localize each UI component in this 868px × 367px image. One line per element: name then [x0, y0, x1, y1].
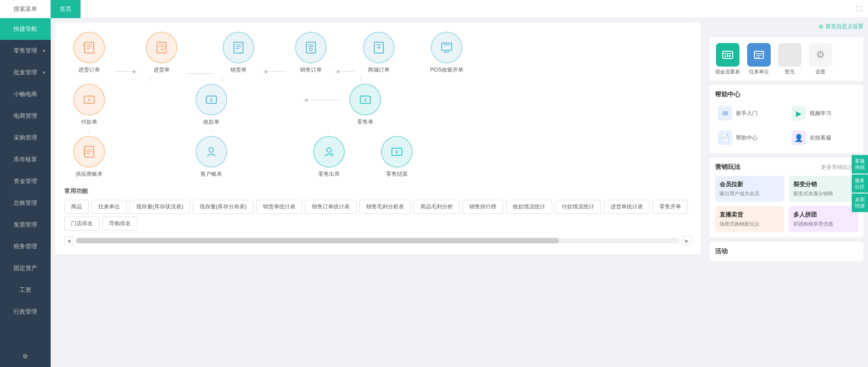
- main-layout: 快捷导航 零售管理 ▼ 批发管理 ▼ 小畅电商 电商管理 采购管理 库存核算 资…: [0, 18, 868, 367]
- func-btn-sale-stat[interactable]: 销货单统计表: [256, 200, 302, 214]
- marketing-item-fission[interactable]: 裂变分销 裂变式发展分销商: [789, 176, 858, 202]
- marketing-item-member[interactable]: 会员拉新 吸引用户成为会员: [715, 176, 784, 202]
- sidebar-item-ecommerce-small[interactable]: 小畅电商: [0, 83, 51, 105]
- func-btn-guide-rank[interactable]: 导购排名: [102, 217, 138, 231]
- group-title: 多人拼团: [793, 211, 854, 219]
- svg-rect-17: [442, 43, 452, 50]
- sidebar-item-finance[interactable]: 资金管理: [0, 170, 51, 192]
- pos-icon: [431, 32, 463, 63]
- scroll-right-arrow[interactable]: ▶: [682, 236, 692, 245]
- svg-point-31: [209, 148, 214, 152]
- search-menu-button[interactable]: 搜索菜单: [0, 0, 51, 18]
- func-btn-store-rank[interactable]: 门店排名: [64, 217, 100, 231]
- supplier-ledger-icon: [73, 136, 105, 168]
- func-btn-sale-profit[interactable]: 销售毛利分析表: [359, 200, 411, 214]
- marketing-item-live[interactable]: 直播卖货 场景式购物新玩法: [715, 206, 784, 232]
- sidebar-item-quicknav[interactable]: 快捷导航: [0, 18, 51, 40]
- flow-node-retail-out[interactable]: 零售出库: [304, 136, 354, 178]
- sale-label: 销货单: [230, 66, 247, 74]
- func-btn-goods[interactable]: 商品: [64, 200, 89, 214]
- flow-node-pos[interactable]: POS收银开单: [422, 32, 472, 74]
- flow-node-receipt[interactable]: ¥ 收款单: [186, 84, 236, 126]
- flow-node-sales-order[interactable]: 销售订单: [286, 32, 336, 74]
- down-arrow-retail: ↓: [304, 128, 354, 134]
- sidebar-bottom: ⚙: [0, 345, 51, 367]
- flow-node-sale[interactable]: 销货单: [214, 32, 263, 74]
- func-btn-stock-status[interactable]: 现存量(库存状况表): [129, 200, 190, 214]
- help-item-beginner[interactable]: ✉ 新手入门: [715, 103, 784, 123]
- settings-icon[interactable]: ⚙: [0, 345, 51, 367]
- flow-node-purchase[interactable]: 进货单: [137, 32, 186, 74]
- flow-node-purchase-order[interactable]: 进货订单: [64, 32, 114, 74]
- settings-icon-box: ⚙: [809, 43, 832, 67]
- online-service-icon: 👤: [792, 130, 806, 145]
- func-btn-sale-rank[interactable]: 销售排行榜: [463, 200, 503, 214]
- func-btn-payment-stat[interactable]: 付款情况统计: [555, 200, 601, 214]
- activity-card: 活动: [710, 242, 863, 261]
- receipt-icon: ¥: [196, 84, 227, 116]
- func-btn-receipt-stat[interactable]: 收款情况统计: [506, 200, 552, 214]
- float-btn-service[interactable]: 客服热线: [852, 155, 868, 174]
- func-btn-counterpart[interactable]: 往来单位: [91, 200, 127, 214]
- help-item-video[interactable]: ▶ 视频学习: [789, 103, 858, 123]
- quick-icon-counterpart[interactable]: 往来单位: [747, 43, 771, 75]
- flow-node-retail-order[interactable]: ¥ 零售单: [340, 84, 390, 126]
- float-btn-desktop[interactable]: 桌面快捷: [852, 193, 868, 212]
- gap-1: [186, 73, 214, 74]
- scroll-track[interactable]: [76, 238, 680, 243]
- sidebar-item-ledger[interactable]: 总账管理: [0, 192, 51, 214]
- flow-node-mall-order[interactable]: 商城订单: [354, 32, 404, 74]
- help-item-online-service[interactable]: 👤 在线客服: [789, 128, 858, 148]
- retail-out-label: 零售出库: [318, 170, 340, 178]
- member-title: 会员拉新: [720, 180, 780, 188]
- down-arrow-4: [259, 76, 327, 82]
- customer-ledger-label: 客户账本: [200, 170, 222, 178]
- home-tab[interactable]: 首页: [51, 0, 81, 18]
- sidebar-item-assets[interactable]: 固定资产: [0, 257, 51, 279]
- down-arrows-row2: ↓ ↓ ↓: [64, 128, 692, 134]
- down-arrow-3: ↓: [186, 76, 259, 82]
- sidebar-item-admin[interactable]: 行政管理: [0, 301, 51, 323]
- customize-link[interactable]: ⚙ 首页自定义设置: [710, 23, 863, 30]
- sidebar-item-wholesale[interactable]: 批发管理 ▼: [0, 62, 51, 83]
- quick-icon-empty[interactable]: 暂无: [778, 43, 801, 75]
- supplier-ledger-label: 供应商账本: [76, 170, 103, 178]
- float-btn-community[interactable]: 服务社区: [852, 174, 868, 193]
- settings-label: 设置: [816, 68, 825, 75]
- spacer-r2: [114, 128, 186, 134]
- sidebar-item-ecommerce-mgmt[interactable]: 电商管理: [0, 105, 51, 127]
- func-btn-goods-profit[interactable]: 商品毛利分析: [414, 200, 460, 214]
- help-center-label: 帮助中心: [736, 134, 758, 142]
- marketing-title: 营销玩法: [715, 163, 740, 171]
- flow-node-retail-settle[interactable]: ¥ 零售结算: [372, 136, 422, 178]
- flow-node-customer-ledger[interactable]: 客户账本: [186, 136, 236, 178]
- down-arrow-pay: ↓: [64, 128, 114, 134]
- svg-text:¥: ¥: [210, 97, 213, 103]
- func-btn-stock-dist[interactable]: 现存量(库存分布表): [193, 200, 253, 214]
- marketing-item-group[interactable]: 多人拼团 拼团购物享受优惠: [789, 206, 858, 232]
- quick-icon-cashflow[interactable]: 现金流量表: [715, 43, 740, 75]
- right-panel: ⚙ 首页自定义设置 现金流量表 往来单位: [705, 18, 868, 367]
- expand-icon[interactable]: ⛶: [854, 5, 863, 14]
- retail-order-area: ◀ ¥ 零售单: [304, 84, 390, 126]
- func-btn-retail-open[interactable]: 零售开单: [653, 200, 688, 214]
- scroll-thumb: [76, 238, 559, 243]
- payment-label: 付款单: [81, 118, 97, 126]
- sidebar-item-purchase[interactable]: 采购管理: [0, 127, 51, 149]
- func-btn-purchase-stat[interactable]: 进货单统计表: [604, 200, 650, 214]
- sidebar-item-inventory[interactable]: 库存核算: [0, 149, 51, 170]
- func-btn-saleorder-stat[interactable]: 销售订单统计表: [305, 200, 357, 214]
- sidebar-item-tax[interactable]: 税务管理: [0, 236, 51, 257]
- flow-node-payment[interactable]: ¥ 付款单: [64, 84, 114, 126]
- sidebar-item-salary[interactable]: 工资: [0, 279, 51, 301]
- scroll-left-arrow[interactable]: ◀: [64, 236, 73, 245]
- func-buttons-container: 商品 往来单位 现存量(库存状况表) 现存量(库存分布表) 销货单统计表 销售订…: [64, 200, 692, 231]
- help-item-help-center[interactable]: 📄 帮助中心: [715, 128, 784, 148]
- beginner-icon: ✉: [718, 106, 732, 121]
- flow-node-supplier-ledger[interactable]: 供应商账本: [64, 136, 114, 178]
- quick-icon-settings[interactable]: ⚙ 设置: [809, 43, 832, 75]
- sidebar-item-invoice[interactable]: 发票管理: [0, 214, 51, 236]
- sidebar-item-retail[interactable]: 零售管理 ▼: [0, 40, 51, 62]
- cashflow-label: 现金流量表: [715, 68, 740, 75]
- common-functions-title: 常用功能: [64, 187, 692, 195]
